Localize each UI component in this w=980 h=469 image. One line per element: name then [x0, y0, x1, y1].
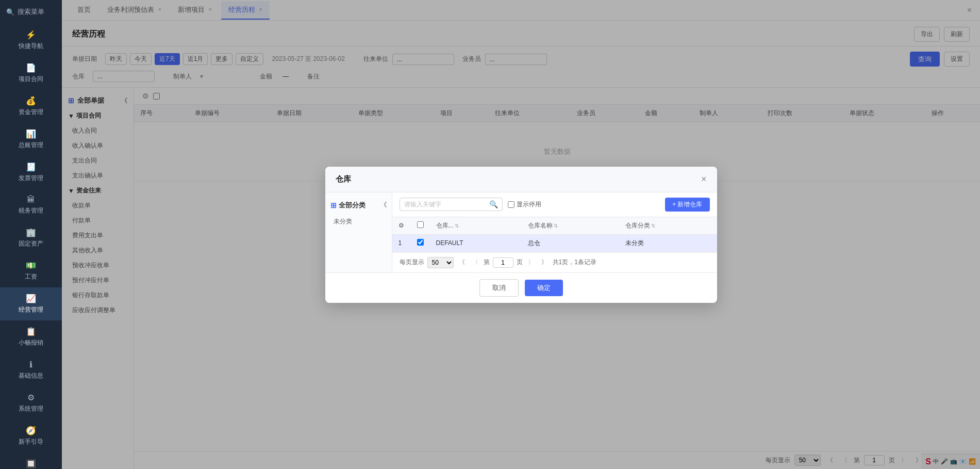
- show-disabled-label[interactable]: 显示停用: [508, 200, 541, 209]
- modal-select-all[interactable]: [417, 221, 424, 228]
- management-icon: 📈: [26, 294, 36, 303]
- appcenter-icon: 🔲: [26, 459, 36, 468]
- sidebar-item-label: 资金管理: [19, 108, 43, 117]
- search-icon: 🔍: [6, 8, 14, 16]
- modal-search-icon: 🔍: [489, 200, 498, 208]
- sidebar-item-label: 小畅报销: [19, 338, 43, 347]
- row-category: 未分类: [619, 234, 717, 252]
- sidebar-item-label: 税务管理: [19, 206, 43, 215]
- modal-overlay: 仓库 × ⊞ 全部分类 《 未分类: [62, 0, 980, 469]
- modal-right: 🔍 显示停用 + 新增仓库: [392, 192, 717, 272]
- sidebar-item-funds[interactable]: 💰 资金管理: [0, 90, 62, 123]
- modal-left-collapse[interactable]: 《: [380, 201, 387, 209]
- modal-th-settings: ⚙: [392, 217, 411, 235]
- modal-confirm-button[interactable]: 确定: [525, 280, 563, 296]
- sidebar-item-label: 经营管理: [19, 305, 43, 314]
- sidebar-item-appcenter[interactable]: 🔲 应用中心: [0, 452, 62, 469]
- ledger-icon: 📊: [26, 129, 36, 139]
- sidebar-item-label: 发票管理: [19, 174, 43, 183]
- show-disabled-checkbox[interactable]: [508, 201, 514, 208]
- modal-search-box: 🔍: [400, 198, 503, 211]
- quicknav-icon: ⚡: [26, 30, 36, 40]
- modal-toolbar: 🔍 显示停用 + 新增仓库: [392, 192, 717, 217]
- modal-grid-icon: ⊞: [330, 201, 337, 209]
- sidebar-item-label: 项目合同: [19, 75, 43, 84]
- sidebar-item-label: 工资: [25, 272, 37, 281]
- sidebar-item-project[interactable]: 📄 项目合同: [0, 57, 62, 90]
- sidebar-item-quicknav[interactable]: ⚡ 快捷导航: [0, 24, 62, 57]
- sidebar-item-label: 总账管理: [19, 141, 43, 150]
- modal-first-page[interactable]: 《: [457, 257, 467, 268]
- add-warehouse-button[interactable]: + 新增仓库: [665, 198, 709, 212]
- modal-left-header: ⊞ 全部分类 《: [325, 198, 392, 213]
- modal-next-page[interactable]: 〉: [526, 257, 536, 268]
- modal-th-check: [411, 217, 430, 235]
- row-checkbox[interactable]: [417, 239, 424, 246]
- project-icon: 📄: [26, 63, 36, 73]
- modal-cancel-button[interactable]: 取消: [479, 279, 519, 297]
- modal-page-pre-label: 第: [484, 258, 490, 267]
- row-code: DEFAULT: [430, 234, 522, 252]
- modal-th-category: 仓库分类⇅: [619, 217, 717, 235]
- sidebar-item-label: 固定资产: [19, 239, 43, 248]
- sidebar-item-system[interactable]: ⚙ 系统管理: [0, 386, 62, 419]
- sidebar-item-invoice[interactable]: 🧾 发票管理: [0, 156, 62, 189]
- sidebar-search[interactable]: 🔍 搜索菜单: [0, 0, 62, 24]
- show-disabled-text: 显示停用: [517, 200, 541, 209]
- sidebar-item-basic[interactable]: ℹ 基础信息: [0, 353, 62, 386]
- modal-left-title: 全部分类: [339, 201, 366, 210]
- sidebar-item-guide[interactable]: 🧭 新手引导: [0, 419, 62, 452]
- modal-per-page-label: 每页显示: [400, 258, 424, 267]
- sidebar: 🔍 搜索菜单 ⚡ 快捷导航 📄 项目合同 💰 资金管理 📊 总账管理 🧾 发票管…: [0, 0, 62, 469]
- row-check[interactable]: [411, 234, 430, 252]
- main-area: 首页 业务利润预估表 × 新增项目 × 经营历程 × × 经营历程 导出 刷新 …: [62, 0, 980, 469]
- modal-body: ⊞ 全部分类 《 未分类 🔍: [325, 192, 717, 272]
- salary-icon: 💵: [26, 261, 36, 270]
- basic-icon: ℹ: [29, 360, 32, 369]
- modal-close-btn[interactable]: ×: [701, 174, 707, 185]
- modal-table-area: ⚙ 仓库...⇅ 仓库名称⇅: [392, 217, 717, 252]
- modal-page-label: 页: [517, 258, 523, 267]
- modal-bottom: 每页显示 50 100 《 〈 第 页 〉 》 共1页，1条记录: [392, 252, 717, 272]
- sidebar-item-management[interactable]: 📈 经营管理: [0, 287, 62, 320]
- modal-per-page-select[interactable]: 50 100: [427, 257, 454, 268]
- sidebar-item-label: 快捷导航: [19, 42, 43, 51]
- tax-icon: 🏛: [27, 195, 35, 204]
- modal-last-page[interactable]: 》: [539, 257, 550, 268]
- expense-icon: 📋: [26, 327, 36, 336]
- settings-col-icon: ⚙: [398, 222, 404, 229]
- modal-title: 仓库: [336, 174, 351, 184]
- modal-footer: 取消 确定: [325, 272, 717, 303]
- modal-th-code: 仓库...⇅: [430, 217, 522, 235]
- sidebar-item-tax[interactable]: 🏛 税务管理: [0, 189, 62, 221]
- table-row[interactable]: 1 DEFAULT 总仓 未分类: [392, 234, 717, 252]
- modal-table: ⚙ 仓库...⇅ 仓库名称⇅: [392, 217, 717, 252]
- modal-prev-page[interactable]: 〈: [470, 257, 480, 268]
- modal-th-name: 仓库名称⇅: [522, 217, 619, 235]
- system-icon: ⚙: [27, 393, 35, 402]
- funds-icon: 💰: [26, 96, 36, 106]
- modal-left: ⊞ 全部分类 《 未分类: [325, 192, 392, 272]
- sidebar-search-label: 搜索菜单: [18, 7, 44, 17]
- modal-search-input[interactable]: [404, 201, 486, 208]
- sidebar-item-label: 基础信息: [19, 371, 43, 380]
- assets-icon: 🏢: [26, 228, 36, 237]
- modal-header: 仓库 ×: [325, 167, 717, 192]
- row-seq: 1: [392, 234, 411, 252]
- sidebar-item-salary[interactable]: 💵 工资: [0, 254, 62, 287]
- sidebar-item-ledger[interactable]: 📊 总账管理: [0, 123, 62, 156]
- modal-left-uncategorized[interactable]: 未分类: [325, 213, 392, 230]
- modal-page-input[interactable]: [493, 257, 513, 268]
- sidebar-item-assets[interactable]: 🏢 固定资产: [0, 221, 62, 254]
- guide-icon: 🧭: [26, 426, 36, 435]
- sidebar-item-label: 系统管理: [19, 405, 43, 413]
- sidebar-item-label: 新手引导: [19, 438, 43, 446]
- warehouse-modal: 仓库 × ⊞ 全部分类 《 未分类: [325, 167, 717, 303]
- sidebar-item-expense[interactable]: 📋 小畅报销: [0, 320, 62, 353]
- invoice-icon: 🧾: [26, 162, 36, 172]
- row-name: 总仓: [522, 234, 619, 252]
- modal-total-info: 共1页，1条记录: [553, 258, 596, 267]
